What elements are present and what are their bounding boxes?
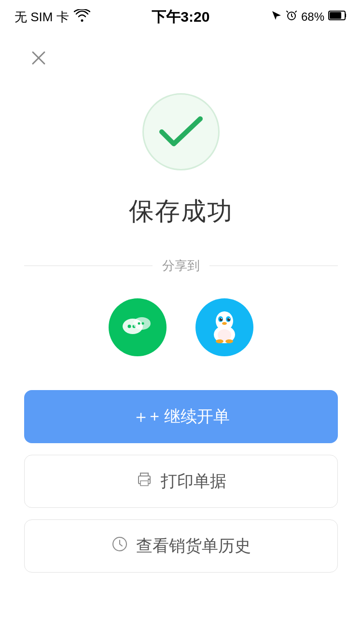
battery-icon — [328, 10, 348, 24]
history-icon — [111, 535, 128, 557]
location-icon — [271, 10, 282, 24]
svg-point-17 — [229, 318, 230, 319]
share-label: 分享到 — [162, 257, 200, 274]
svg-point-22 — [225, 339, 233, 343]
svg-point-6 — [128, 325, 131, 328]
svg-point-20 — [218, 329, 231, 341]
wifi-icon — [74, 9, 90, 25]
plus-icon: ＋ — [132, 405, 150, 429]
status-right: 68% — [271, 10, 348, 24]
continue-button[interactable]: ＋ + 继续开单 — [24, 390, 338, 443]
share-row — [109, 298, 253, 356]
status-bar: 无 SIM 卡 下午3:20 68% — [0, 0, 362, 34]
share-divider: 分享到 — [24, 257, 338, 274]
divider-line-left — [24, 266, 153, 266]
close-button-container — [24, 43, 338, 74]
svg-point-18 — [222, 322, 227, 325]
status-left: 无 SIM 卡 — [14, 9, 90, 26]
close-button[interactable] — [24, 43, 53, 74]
wechat-share-button[interactable] — [109, 298, 167, 356]
continue-label: + 继续开单 — [150, 406, 229, 428]
printer-icon — [136, 471, 153, 492]
status-time: 下午3:20 — [152, 7, 209, 27]
svg-point-16 — [221, 318, 222, 319]
success-title: 保存成功 — [129, 195, 233, 228]
checkmark-icon — [159, 115, 203, 149]
no-sim-text: 无 SIM 卡 — [14, 9, 69, 26]
svg-rect-24 — [140, 481, 148, 486]
svg-point-10 — [142, 322, 144, 325]
action-buttons: ＋ + 继续开单 打印单据 查看销货单历 — [24, 390, 338, 573]
history-button[interactable]: 查看销货单历史 — [24, 519, 338, 573]
svg-rect-2 — [330, 12, 341, 19]
svg-point-9 — [138, 322, 140, 325]
main-content: 保存成功 分享到 — [0, 34, 362, 573]
svg-point-21 — [216, 339, 223, 343]
svg-point-25 — [148, 478, 150, 480]
print-label: 打印单据 — [161, 470, 226, 492]
alarm-icon — [286, 10, 297, 24]
svg-point-15 — [227, 318, 230, 321]
battery-percent: 68% — [301, 10, 324, 24]
print-button[interactable]: 打印单据 — [24, 455, 338, 508]
divider-line-right — [209, 266, 338, 266]
history-label: 查看销货单历史 — [136, 535, 251, 557]
svg-point-14 — [220, 318, 223, 321]
success-circle — [142, 93, 220, 170]
qq-share-button[interactable] — [195, 298, 253, 356]
